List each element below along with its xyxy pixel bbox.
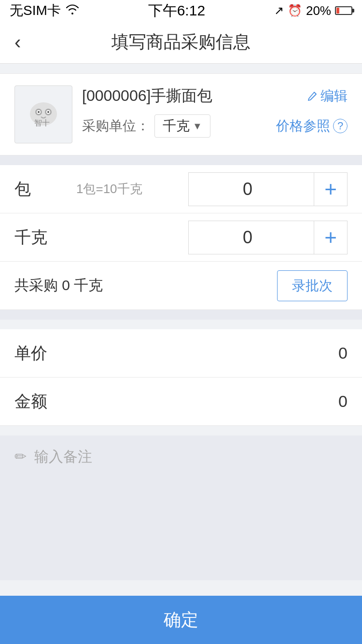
amount-value: 0 bbox=[338, 392, 348, 411]
carrier-label: 无SIM卡 bbox=[10, 1, 61, 20]
svg-point-6 bbox=[47, 111, 49, 113]
unit-price-value: 0 bbox=[338, 344, 348, 363]
status-left: 无SIM卡 bbox=[10, 1, 79, 20]
unit-price-label: 单价 bbox=[14, 342, 47, 364]
amount-label: 金额 bbox=[14, 391, 47, 413]
kg-plus-button[interactable]: + bbox=[314, 221, 348, 254]
product-name: [0000006]手撕面包 bbox=[82, 85, 212, 107]
price-ref-label: 价格参照 bbox=[276, 117, 330, 135]
pencil-icon: ✏ bbox=[14, 448, 27, 465]
amount-row: 金额 0 bbox=[0, 378, 362, 426]
status-time: 下午6:12 bbox=[148, 1, 205, 21]
bao-quantity-input[interactable] bbox=[188, 172, 314, 206]
product-unit-row: 采购单位： 千克 ▼ 价格参照 ? bbox=[82, 114, 348, 138]
svg-text:智十: 智十 bbox=[34, 119, 50, 127]
status-right: ↗ ⏰ 20% bbox=[274, 3, 352, 18]
product-image: 智十 bbox=[14, 85, 72, 143]
unit-price-row: 单价 0 bbox=[0, 329, 362, 378]
unit-value: 千克 bbox=[163, 117, 190, 135]
bao-input-right: + bbox=[188, 172, 348, 206]
bao-label: 包 bbox=[14, 178, 72, 200]
battery-percent: 20% bbox=[306, 3, 331, 18]
wifi-icon bbox=[66, 3, 79, 18]
section-divider-2 bbox=[0, 310, 362, 320]
record-batch-button[interactable]: 录批次 bbox=[277, 270, 348, 301]
price-reference-button[interactable]: 价格参照 ? bbox=[276, 117, 348, 135]
kg-input-row: 千克 + bbox=[0, 213, 362, 262]
quantity-input-section: 包 1包=10千克 + 千克 + 共采购 0 千克 录批次 bbox=[0, 165, 362, 310]
edit-label: 编辑 bbox=[320, 87, 348, 105]
edit-button[interactable]: 编辑 bbox=[307, 87, 348, 105]
kg-quantity-input[interactable] bbox=[188, 221, 314, 254]
product-top-row: [0000006]手撕面包 编辑 bbox=[82, 85, 348, 107]
alarm-icon: ⏰ bbox=[288, 4, 302, 17]
status-bar: 无SIM卡 下午6:12 ↗ ⏰ 20% bbox=[0, 0, 362, 21]
remark-placeholder: 输入备注 bbox=[34, 447, 92, 467]
location-icon: ↗ bbox=[274, 4, 284, 17]
page-title: 填写商品采购信息 bbox=[111, 30, 251, 54]
product-info: [0000006]手撕面包 编辑 采购单位： 千克 ▼ 价格参照 ? bbox=[82, 85, 348, 138]
bao-input-row: 包 1包=10千克 + bbox=[0, 165, 362, 213]
summary-row: 共采购 0 千克 录批次 bbox=[0, 262, 362, 310]
back-button[interactable]: ‹ bbox=[14, 31, 21, 53]
nav-bar: ‹ 填写商品采购信息 bbox=[0, 21, 362, 64]
section-divider-1 bbox=[0, 155, 362, 165]
help-icon: ? bbox=[333, 119, 348, 133]
total-purchase-label: 共采购 0 千克 bbox=[14, 276, 103, 295]
unit-label: 采购单位： bbox=[82, 117, 150, 135]
bao-plus-button[interactable]: + bbox=[314, 172, 348, 206]
confirm-button[interactable]: 确定 bbox=[0, 596, 362, 644]
kg-label: 千克 bbox=[14, 226, 72, 249]
dropdown-arrow-icon: ▼ bbox=[193, 121, 202, 132]
unit-selector[interactable]: 千克 ▼ bbox=[154, 114, 210, 138]
product-card: 智十 [0000006]手撕面包 编辑 采购单位： 千克 ▼ 价格参照 bbox=[0, 73, 362, 155]
price-info-section: 单价 0 金额 0 bbox=[0, 329, 362, 426]
bao-sublabel: 1包=10千克 bbox=[76, 181, 142, 197]
kg-input-right: + bbox=[188, 221, 348, 254]
remark-section[interactable]: ✏ 输入备注 bbox=[0, 435, 362, 580]
svg-point-5 bbox=[38, 111, 40, 113]
battery-icon bbox=[335, 6, 352, 15]
